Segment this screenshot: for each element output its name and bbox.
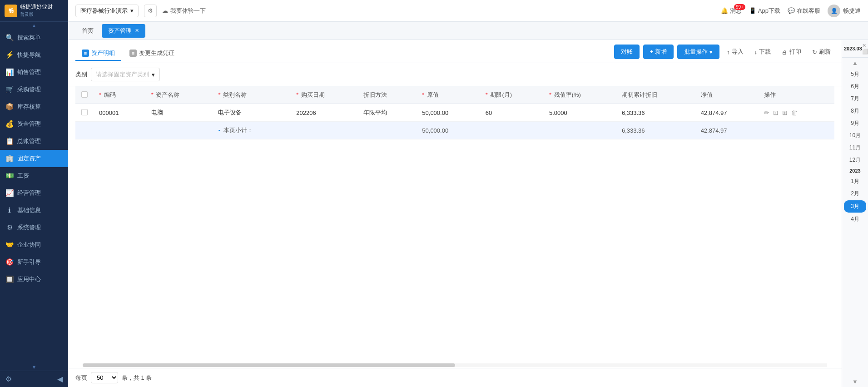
filter-select-placeholder: 请选择固定资产类别	[96, 70, 149, 79]
sidebar-item-collaboration[interactable]: 🤝 企业协同	[0, 236, 68, 253]
timeline-close-icon[interactable]: ✕	[862, 43, 868, 49]
download-icon: ↓	[754, 49, 758, 55]
timeline-month-11[interactable]: 11月	[842, 142, 868, 154]
timeline-month-8[interactable]: 8月	[842, 105, 868, 117]
subtotal-row: ▪ 本页小计： 50,000.00 6,333.36 42,874.97	[75, 122, 834, 139]
sidebar-bottom: ⚙ ◀	[0, 371, 68, 387]
sidebar-item-fixed-assets[interactable]: 🏢 固定资产	[0, 150, 68, 167]
sidebar: 畅 畅捷通好业财 普及版 ▲ 🔍 搜索菜单 ⚡ 快捷导航 📊 销售管理 🛒 采购…	[0, 0, 68, 387]
sidebar-item-basic-info[interactable]: ℹ 基础信息	[0, 202, 68, 219]
action-icons: ✏ ⊡ ⊞ 🗑	[764, 109, 829, 116]
timeline-month-12[interactable]: 12月	[842, 154, 868, 166]
gear-icon: ⚙	[5, 223, 14, 232]
more-icon[interactable]: ⊞	[782, 109, 788, 116]
cell-accumulated-depreciation: 6,333.36	[616, 104, 695, 122]
refresh-button[interactable]: ↻ 刷新	[808, 45, 834, 59]
batch-ops-button[interactable]: 批量操作 ▾	[677, 45, 719, 59]
row-checkbox[interactable]	[81, 109, 88, 115]
app-logo: 畅	[5, 5, 17, 17]
sidebar-item-quick-nav[interactable]: ⚡ 快捷导航	[0, 46, 68, 64]
filter-bar: 类别 请选择固定资产类别 ▾	[68, 63, 842, 86]
ledger-icon: 📋	[5, 137, 14, 145]
select-all-checkbox[interactable]	[81, 91, 88, 98]
batch-chevron-icon: ▾	[709, 49, 713, 55]
copy-icon[interactable]: ⊡	[773, 109, 779, 116]
cell-net-value: 42,874.97	[695, 104, 759, 122]
tab-asset-management[interactable]: 资产管理 ✕	[102, 24, 145, 38]
timeline-month-7[interactable]: 7月	[842, 93, 868, 105]
experience-button[interactable]: ☁ 我要体验一下	[162, 7, 206, 15]
filter-dropdown-icon: ▾	[152, 71, 155, 78]
th-net-value: 净值	[695, 86, 759, 104]
sidebar-item-search[interactable]: 🔍 搜索菜单	[0, 29, 68, 46]
sidebar-item-app-center[interactable]: 🔲 应用中心	[0, 271, 68, 288]
sub-tab-asset-detail[interactable]: ≡ 资产明细	[75, 46, 121, 61]
reconcile-button[interactable]: 对账	[614, 45, 640, 59]
company-dropdown-icon: ▾	[130, 7, 134, 14]
cell-depreciation-method: 年限平均	[358, 104, 417, 122]
tab-close-icon[interactable]: ✕	[135, 28, 139, 34]
scrollbar-thumb	[83, 363, 455, 367]
sidebar-item-operations[interactable]: 📈 经营管理	[0, 184, 68, 202]
timeline-scroll: 5月 6月 7月 8月 9月 10月 11月 12月 2023 1月 2月 3月…	[842, 68, 868, 377]
sidebar-item-ledger[interactable]: 📋 总账管理	[0, 133, 68, 150]
user-name: 畅捷通	[843, 7, 861, 15]
timeline-prev-button[interactable]: ▲	[842, 58, 868, 68]
sidebar-item-sales[interactable]: 📊 销售管理	[0, 64, 68, 81]
collapse-icon[interactable]: ◀	[57, 375, 63, 383]
money-icon: 💰	[5, 120, 14, 128]
sub-tabs: ≡ 资产明细 ≡ 变更生成凭证 对账 + 新增 批量操作 ▾ ↑	[68, 40, 842, 63]
asset-detail-icon: ≡	[82, 50, 89, 57]
notifications-button[interactable]: 🔔 消息 99+	[721, 7, 742, 15]
user-menu[interactable]: 👤 畅捷通	[828, 5, 861, 17]
timeline-month-2[interactable]: 2月	[842, 188, 868, 200]
sidebar-item-purchase[interactable]: 🛒 采购管理	[0, 81, 68, 98]
tab-home[interactable]: 首页	[75, 24, 100, 38]
top-header: 医疗器械行业演示 ▾ ⚙ ☁ 我要体验一下 🔔 消息 99+ 📱 App下载 💬…	[68, 0, 868, 22]
timeline-month-9[interactable]: 9月	[842, 117, 868, 129]
sidebar-item-inventory[interactable]: 📦 库存核算	[0, 98, 68, 115]
print-button[interactable]: 🖨 打印	[778, 45, 805, 59]
timeline-year-label: 2023.03	[844, 46, 862, 51]
download-button[interactable]: ↓ 下载	[751, 45, 775, 59]
th-code: * 编码	[94, 86, 146, 104]
delete-icon[interactable]: 🗑	[791, 109, 798, 116]
category-filter-select[interactable]: 请选择固定资产类别 ▾	[91, 68, 160, 81]
subtotal-label: 本页小计：	[223, 127, 253, 134]
tab-asset-label: 资产管理	[108, 27, 132, 35]
bell-icon: 🔔	[721, 7, 728, 14]
sidebar-item-system[interactable]: ⚙ 系统管理	[0, 219, 68, 236]
timeline-month-5[interactable]: 5月	[842, 68, 868, 80]
timeline-month-3-current[interactable]: 3月	[844, 200, 866, 213]
th-depreciation-method: 折旧方法	[358, 86, 417, 104]
timeline-expand-icon[interactable]: ⬜	[862, 49, 868, 55]
cell-category: 电子设备	[213, 104, 291, 122]
app-download-button[interactable]: 📱 App下载	[749, 7, 780, 15]
sidebar-item-salary[interactable]: 💵 工资	[0, 167, 68, 184]
per-page-select[interactable]: 50 100 200	[91, 372, 118, 383]
th-category: * 类别名称	[213, 86, 291, 104]
timeline-month-10[interactable]: 10月	[842, 129, 868, 142]
settings-button[interactable]: ⚙	[144, 5, 157, 17]
voucher-icon: ≡	[129, 50, 137, 57]
sidebar-item-finance[interactable]: 💰 资金管理	[0, 115, 68, 133]
timeline-month-4[interactable]: 4月	[842, 213, 868, 225]
sidebar-item-guide[interactable]: 🎯 新手引导	[0, 253, 68, 271]
main-area: 医疗器械行业演示 ▾ ⚙ ☁ 我要体验一下 🔔 消息 99+ 📱 App下载 💬…	[68, 0, 868, 387]
th-original-value: * 原值	[417, 86, 480, 104]
th-checkbox	[75, 86, 94, 104]
edit-icon[interactable]: ✏	[764, 109, 769, 116]
timeline-month-1[interactable]: 1月	[842, 175, 868, 188]
gear-icon: ⚙	[148, 7, 153, 14]
chevron-up-icon: ▲	[852, 60, 858, 66]
horizontal-scrollbar[interactable]	[83, 363, 827, 367]
timeline-next-button[interactable]: ▼	[842, 377, 868, 387]
cloud-icon: ☁	[162, 7, 168, 14]
timeline-month-6[interactable]: 6月	[842, 80, 868, 93]
online-support-button[interactable]: 💬 在线客服	[788, 7, 820, 15]
add-new-button[interactable]: + 新增	[643, 45, 674, 59]
company-selector[interactable]: 医疗器械行业演示 ▾	[75, 5, 139, 17]
import-button[interactable]: ↑ 导入	[723, 45, 747, 59]
settings-bottom-icon[interactable]: ⚙	[5, 375, 12, 383]
sub-tab-voucher[interactable]: ≡ 变更生成凭证	[123, 46, 181, 61]
